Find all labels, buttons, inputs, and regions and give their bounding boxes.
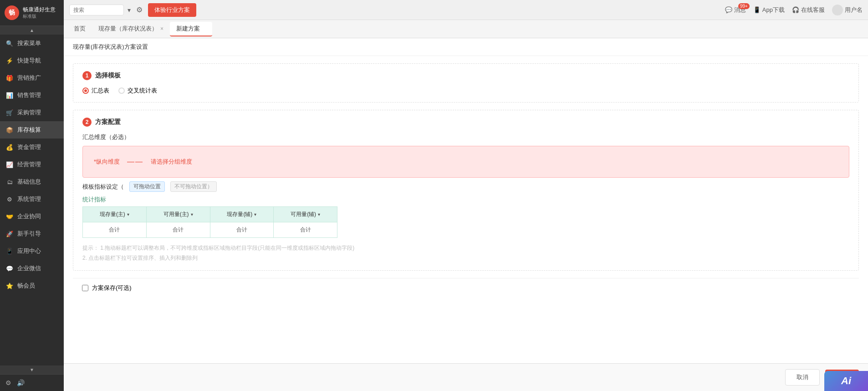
cell-0-1: 合计 bbox=[146, 222, 210, 238]
search-menu-icon: 🔍 bbox=[5, 39, 14, 47]
sidebar-item-purchase[interactable]: 🛒 采购管理 bbox=[0, 104, 64, 121]
radio-summary-label: 汇总表 bbox=[92, 87, 109, 95]
content-area: 现存量(库存状况表)方案设置 1 选择模板 汇总表 bbox=[64, 38, 868, 363]
sidebar-item-label: 搜索菜单 bbox=[17, 39, 41, 47]
step2-label: 2 方案配置 bbox=[82, 118, 121, 127]
basic-info-icon: 🗂 bbox=[5, 178, 14, 186]
cancel-button[interactable]: 取消 bbox=[785, 369, 820, 386]
topbar: ▾ ⚙ 体验行业方案 💬 消息 99+ 📱 App下载 🎧 在线客服 用户名 bbox=[64, 0, 868, 20]
content-wrapper: ✕ ⛶ 现存量(库存状况表)方案设置 1 选择模板 汇总表 bbox=[64, 38, 868, 391]
save-row: 方案保存(可选) bbox=[73, 278, 859, 298]
sidebar-item-new-guide[interactable]: 🚀 新手引导 bbox=[0, 225, 64, 242]
search-input[interactable] bbox=[69, 5, 124, 15]
table-row: 合计 合计 合计 合计 bbox=[83, 222, 337, 238]
page-title: 现存量(库存状况表)方案设置 bbox=[64, 38, 868, 56]
cell-0-3: 合计 bbox=[274, 222, 337, 238]
tab-inventory-status[interactable]: 现存量（库存状况表） × bbox=[92, 21, 170, 37]
sidebar-item-label: 销售管理 bbox=[17, 91, 41, 99]
radio-cross[interactable]: 交叉统计表 bbox=[118, 87, 157, 95]
app-name: 畅康通好生意 bbox=[23, 6, 56, 14]
industry-plan-button[interactable]: 体验行业方案 bbox=[148, 3, 196, 17]
audio-icon[interactable]: 🔊 bbox=[17, 379, 25, 386]
sidebar-logo: 畅 畅康通好生意 标准版 bbox=[0, 0, 64, 26]
membership-icon: ⭐ bbox=[5, 282, 14, 290]
sidebar-nav: 🔍 搜索菜单 ⚡ 快捷导航 🎁 营销推广 📊 销售管理 🛒 采购管理 📦 库存核… bbox=[0, 35, 64, 365]
new-guide-icon: 🚀 bbox=[5, 230, 14, 238]
system-icon: ⚙ bbox=[5, 195, 14, 203]
tab-inventory-status-close[interactable]: × bbox=[160, 26, 163, 32]
app-download-label: App下载 bbox=[762, 6, 785, 14]
inventory-icon: 📦 bbox=[5, 126, 14, 134]
tab-new-plan-close[interactable]: × bbox=[203, 26, 206, 32]
radio-cross-circle bbox=[118, 87, 125, 94]
sidebar-item-label: 系统管理 bbox=[17, 195, 41, 203]
tab-new-plan[interactable]: 新建方案 × bbox=[170, 22, 212, 36]
sidebar-item-cooperation[interactable]: 🤝 企业协同 bbox=[0, 208, 64, 225]
col-header-3[interactable]: 可用量(辅) ▾ bbox=[274, 207, 337, 222]
sidebar-item-finance[interactable]: 💰 资金管理 bbox=[0, 139, 64, 156]
col-1-label: 可用量(主) bbox=[163, 211, 189, 218]
gear-icon[interactable]: ⚙ bbox=[136, 5, 143, 14]
message-icon: 💬 bbox=[725, 6, 732, 13]
col-1-chevron: ▾ bbox=[191, 212, 193, 217]
sidebar: 畅 畅康通好生意 标准版 ▲ 🔍 搜索菜单 ⚡ 快捷导航 🎁 营销推广 📊 销售… bbox=[0, 0, 64, 391]
sidebar-item-app-center[interactable]: 📱 应用中心 bbox=[0, 242, 64, 260]
indicator-label-text: 模板指标设定（ bbox=[82, 183, 124, 191]
message-badge: 99+ bbox=[738, 3, 750, 9]
sidebar-item-wechat[interactable]: 💬 企业微信 bbox=[0, 260, 64, 277]
sidebar-item-label: 应用中心 bbox=[17, 247, 41, 255]
vertical-dim-label: *纵向维度 bbox=[94, 158, 120, 166]
col-header-0[interactable]: 现存量(主) ▾ bbox=[83, 207, 147, 222]
dimension-box[interactable]: *纵向维度 —— 请选择分组维度 bbox=[82, 146, 849, 178]
search-dropdown-icon[interactable]: ▾ bbox=[128, 6, 131, 14]
save-checkbox[interactable] bbox=[82, 285, 88, 291]
tips-line2: 2. 点击标题栏下拉可设置排序、插入列和删除列 bbox=[82, 253, 849, 263]
sidebar-item-inventory[interactable]: 📦 库存核算 bbox=[0, 121, 64, 139]
app-download-button[interactable]: 📱 App下载 bbox=[753, 6, 785, 14]
tab-home[interactable]: 首页 bbox=[67, 21, 92, 37]
summary-dim-label: 汇总维度（必选） bbox=[82, 133, 849, 141]
sidebar-item-marketing[interactable]: 🎁 营销推广 bbox=[0, 69, 64, 87]
stats-table: 现存量(主) ▾ 可用量(主) ▾ bbox=[82, 206, 337, 238]
vertical-dim-placeholder: 请选择分组维度 bbox=[151, 158, 192, 166]
sidebar-item-quick-nav[interactable]: ⚡ 快捷导航 bbox=[0, 52, 64, 69]
sidebar-item-membership[interactable]: ⭐ 畅会员 bbox=[0, 277, 64, 294]
online-service-button[interactable]: 🎧 在线客服 bbox=[792, 6, 825, 14]
sidebar-item-sales[interactable]: 📊 销售管理 bbox=[0, 87, 64, 104]
settings-icon[interactable]: ⚙ bbox=[5, 379, 11, 386]
cell-0-0: 合计 bbox=[83, 222, 147, 238]
purchase-icon: 🛒 bbox=[5, 108, 14, 117]
sidebar-scroll-down[interactable]: ▼ bbox=[0, 365, 64, 374]
sidebar-item-label: 快捷导航 bbox=[17, 57, 41, 65]
tips-line1: 提示： 1.拖动标题栏可以调整布局，不可跨维度或指标区域拖动栏目字段(只能在同一… bbox=[82, 243, 849, 253]
ai-badge[interactable]: Ai bbox=[824, 371, 868, 391]
sidebar-item-label: 企业微信 bbox=[17, 264, 41, 273]
topbar-right: 💬 消息 99+ 📱 App下载 🎧 在线客服 用户名 bbox=[725, 5, 863, 15]
radio-summary[interactable]: 汇总表 bbox=[82, 87, 109, 95]
sidebar-scroll-up[interactable]: ▲ bbox=[0, 26, 64, 35]
stats-title: 统计指标 bbox=[82, 196, 849, 204]
footer-bar: 取消 查询 bbox=[64, 363, 868, 391]
headphone-icon: 🎧 bbox=[792, 6, 799, 13]
tabbar: 首页 现存量（库存状况表） × 新建方案 × bbox=[64, 20, 868, 38]
save-label: 方案保存(可选) bbox=[92, 284, 132, 292]
col-header-2[interactable]: 现存量(辅) ▾ bbox=[210, 207, 274, 222]
sidebar-item-operations[interactable]: 📈 经营管理 bbox=[0, 156, 64, 173]
user-profile-button[interactable]: 用户名 bbox=[832, 5, 863, 15]
col-header-1[interactable]: 可用量(主) ▾ bbox=[146, 207, 210, 222]
sidebar-bottom: ⚙ 🔊 bbox=[0, 374, 64, 391]
cooperation-icon: 🤝 bbox=[5, 212, 14, 221]
sidebar-item-label: 畅会员 bbox=[17, 282, 35, 290]
sidebar-item-label: 基础信息 bbox=[17, 178, 41, 186]
sidebar-item-basic-info[interactable]: 🗂 基础信息 bbox=[0, 173, 64, 190]
sidebar-item-search-menu[interactable]: 🔍 搜索菜单 bbox=[0, 35, 64, 52]
col-0-label: 现存量(主) bbox=[100, 211, 125, 218]
main-area: ▾ ⚙ 体验行业方案 💬 消息 99+ 📱 App下载 🎧 在线客服 用户名 bbox=[64, 0, 868, 391]
indicator-section: 模板指标设定（ 可拖动位置 不可拖动位置） 统计指标 现存量(主) bbox=[82, 181, 849, 238]
sidebar-item-system[interactable]: ⚙ 系统管理 bbox=[0, 190, 64, 208]
operations-icon: 📈 bbox=[5, 160, 14, 169]
radio-cross-label: 交叉统计表 bbox=[128, 87, 157, 95]
tab-home-label: 首页 bbox=[74, 25, 86, 33]
message-button[interactable]: 💬 消息 99+ bbox=[725, 6, 746, 14]
sidebar-item-label: 营销推广 bbox=[17, 74, 41, 82]
